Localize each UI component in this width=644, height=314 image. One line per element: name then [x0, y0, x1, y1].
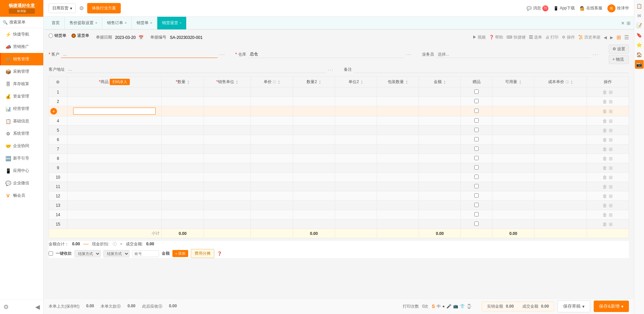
column-gear-icon[interactable]: ⚙ [56, 80, 60, 84]
customer-dots-btn[interactable]: ··· [219, 52, 225, 57]
save-new-button[interactable]: 保存&新增 ▾ [594, 301, 629, 312]
addr-dots-btn[interactable]: ··· [328, 67, 334, 72]
qty-cell[interactable] [162, 97, 204, 106]
shortcuts-btn[interactable]: ⌨ 快捷键 [506, 35, 525, 40]
minus-button[interactable]: — [83, 241, 89, 247]
sidebar-item-wechat[interactable]: 💬 企业微信 [0, 177, 43, 189]
settings-gear-icon[interactable]: ⚙ [79, 5, 84, 11]
sales-unit-cell[interactable] [204, 87, 251, 97]
status-icon-5[interactable]: 📺 [453, 304, 458, 309]
delete-row-icon[interactable]: 🗑 [602, 184, 607, 189]
unit-price-cell-active[interactable] [251, 106, 293, 116]
status-icon-4[interactable]: 🎤 [446, 304, 451, 309]
copy-row-icon[interactable]: ⊞ [609, 99, 613, 104]
fee-help-icon[interactable]: ❓ [217, 251, 222, 256]
sidebar-item-inventory[interactable]: 🗄 库存核算 [0, 78, 43, 90]
sidebar-item-app-center[interactable]: 📱 应用中心 [0, 165, 43, 177]
copy-row-icon[interactable]: ⊞ [609, 203, 613, 208]
delete-row-icon[interactable]: 🗑 [602, 175, 607, 180]
delete-row-icon[interactable]: 🗑 [602, 146, 607, 152]
gift-checkbox[interactable] [474, 99, 479, 103]
video-btn[interactable]: ▶ 视频 [473, 35, 486, 40]
col-gear[interactable]: ⚙ [49, 77, 67, 87]
qty-cell-active[interactable] [162, 106, 204, 116]
right-panel-note-btn[interactable]: 📝 [635, 21, 644, 30]
online-service-btn[interactable]: 💁 在线客服 [580, 5, 602, 11]
sidebar-item-quick-nav[interactable]: ⚡ 快捷导航 [0, 28, 43, 41]
pack-qty-cell[interactable] [377, 87, 419, 97]
customer-input[interactable] [61, 51, 218, 58]
sidebar-item-member[interactable]: V 畅会员 [0, 189, 43, 202]
save-draft-button[interactable]: 保存草稿 ▾ [557, 300, 590, 312]
delete-row-icon[interactable]: 🗑 [602, 156, 607, 161]
company-dropdown[interactable]: 日用百货 ▾ [49, 3, 76, 13]
copy-row-icon[interactable]: ⊞ [609, 89, 613, 95]
gift-checkbox[interactable] [474, 89, 479, 94]
remark-input[interactable] [354, 66, 629, 73]
pack-qty-cell-active[interactable] [377, 106, 419, 116]
sidebar-item-newbie[interactable]: 🆕 新手引导 [0, 152, 43, 165]
experience-button[interactable]: 体验行业方案 [87, 3, 121, 13]
right-panel-bookmark-btn[interactable]: 🔖 [635, 31, 644, 40]
salesperson-dots-btn[interactable]: ··· [593, 52, 599, 57]
list-view-icon[interactable]: ☰ [624, 34, 629, 41]
tab-sales-order[interactable]: 销售订单 × [102, 17, 132, 29]
select-btn[interactable]: ☰ 选单 [529, 35, 542, 40]
gift-cell[interactable] [461, 97, 492, 106]
add-row-button[interactable]: + [50, 108, 57, 115]
right-panel-home-btn[interactable]: 🏠 [635, 50, 644, 59]
qty2-cell[interactable] [293, 97, 335, 106]
product-input-active[interactable] [73, 108, 155, 115]
copy-row-icon[interactable]: ⊞ [609, 156, 613, 161]
unit2-cell[interactable] [335, 97, 377, 106]
settings-icon[interactable]: ⚙ [3, 303, 9, 311]
salesperson-input[interactable] [436, 51, 591, 58]
copy-row-icon[interactable]: ⊞ [609, 193, 613, 199]
status-icon-3[interactable]: ● [442, 304, 445, 309]
calendar-icon[interactable]: 📅 [139, 35, 144, 40]
right-panel-camera-btn[interactable]: 📷 [635, 60, 644, 69]
copy-row-icon[interactable]: ⊞ [609, 175, 613, 180]
delete-row-icon[interactable]: 🗑 [602, 203, 607, 208]
sidebar-search[interactable]: 🔍 搜索菜单 [0, 17, 43, 28]
logistics-button[interactable]: + 物流 [609, 55, 629, 64]
tab-close-icon[interactable]: × [150, 21, 152, 25]
app-download-btn[interactable]: 📱 App下载 [553, 5, 575, 11]
sidebar-item-marketing[interactable]: 📣 营销推广 [0, 41, 43, 53]
help-btn[interactable]: ❓ 帮助 [489, 35, 503, 40]
warehouse-dots-btn[interactable]: ··· [406, 52, 412, 57]
copy-row-icon[interactable]: ⊞ [609, 184, 613, 189]
delete-row-icon[interactable]: 🗑 [602, 165, 607, 171]
user-profile-btn[interactable]: 徐 徐泽华 [607, 4, 629, 12]
status-icon-2[interactable]: 中 [437, 304, 441, 309]
unit-price-cell[interactable] [251, 87, 293, 97]
message-btn[interactable]: 💬 消息 70 [527, 5, 548, 11]
sidebar-item-finance[interactable]: 💰 资金管理 [0, 90, 43, 103]
right-panel-mail-btn[interactable]: ✉ [635, 11, 644, 20]
sidebar-item-management[interactable]: 📊 经营管理 [0, 103, 43, 115]
settings-button[interactable]: ⚙ 设置 [609, 45, 629, 54]
copy-row-icon[interactable]: ⊞ [609, 118, 613, 124]
nav-prev-icon[interactable]: ◀ [604, 35, 607, 40]
delete-row-icon[interactable]: 🗑 [602, 118, 607, 124]
right-panel-star-btn[interactable]: ⭐ [635, 41, 644, 49]
sidebar-item-system[interactable]: ⚙ 系统管理 [0, 127, 43, 140]
unit2-cell-active[interactable] [335, 106, 377, 116]
delete-row-icon[interactable]: 🗑 [602, 89, 607, 95]
copy-row-icon[interactable]: ⊞ [609, 212, 613, 217]
copy-row-icon[interactable]: ⊞ [609, 128, 613, 133]
amount-cell[interactable] [419, 87, 461, 97]
sidebar-item-enterprise[interactable]: 🤝 企业协同 [0, 140, 43, 152]
sidebar-item-sales[interactable]: 🛒 销售管理 [0, 53, 43, 65]
copy-row-icon[interactable]: ⊞ [609, 137, 613, 142]
gift-cell[interactable] [461, 87, 492, 97]
sidebar-item-purchase[interactable]: 📦 采购管理 [0, 65, 43, 78]
copy-row-icon[interactable]: ⊞ [609, 146, 613, 152]
qty-cell[interactable] [162, 87, 204, 97]
customer-addr-input[interactable] [66, 66, 326, 73]
one-click-checkbox[interactable] [49, 251, 53, 256]
delete-row-icon[interactable]: 🗑 [602, 193, 607, 199]
unit2-cell[interactable] [335, 87, 377, 97]
grid-view-icon[interactable]: ⊞ [616, 34, 621, 41]
sidebar-item-basic-info[interactable]: 📋 基础信息 [0, 115, 43, 127]
